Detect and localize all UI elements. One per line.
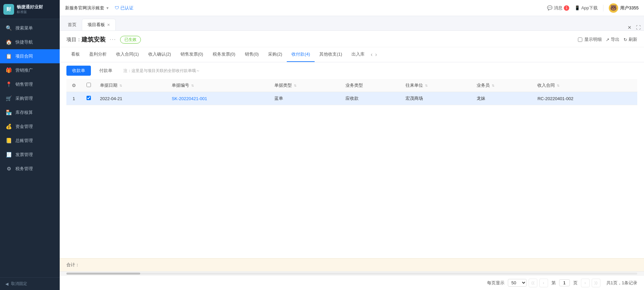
tab-close-icon[interactable]: ✕ [107, 23, 110, 27]
nav-tab-tax-invoice[interactable]: 税务发票(0) [208, 47, 240, 62]
horizontal-scrollbar[interactable] [60, 271, 644, 275]
cell-date: 2022-04-21 [96, 92, 168, 105]
sidebar-item-funds[interactable]: 💰资金管理 [0, 120, 60, 134]
window-controls: ✕ ⛶ [627, 24, 641, 30]
document-number-link[interactable]: SK-20220421-001 [172, 96, 207, 101]
user-info[interactable]: 🐻 用户3355 [609, 3, 639, 13]
sidebar-item-label: 资金管理 [15, 124, 33, 130]
cell-number: SK-20220421-001 [168, 92, 270, 105]
nav-right-arrow[interactable]: › [374, 52, 378, 58]
cell-partner: 宏茂商场 [401, 92, 473, 105]
col-number-header: 单据编号 ⇅ [168, 79, 270, 92]
nav-tab-kanban[interactable]: 看板 [66, 47, 85, 62]
sidebar-item-tax[interactable]: ⚙税务管理 [0, 162, 60, 176]
sidebar-item-invoice[interactable]: 🧾发票管理 [0, 148, 60, 162]
sidebar-item-inventory[interactable]: 🏪库存核算 [0, 105, 60, 120]
sidebar-item-label: 销售管理 [15, 81, 33, 87]
last-page-button[interactable]: ⟩⟩ [592, 279, 600, 287]
certified-badge: 🛡 已认证 [115, 5, 133, 11]
project-status-badge: 已生效 [120, 36, 141, 44]
sidebar-item-project-contract[interactable]: 📋项目合同 [0, 49, 60, 63]
inventory-icon: 🏪 [5, 109, 12, 116]
col-date-label: 单据日期 [100, 83, 117, 88]
nav-tab-sales[interactable]: 销售(0) [240, 47, 264, 62]
refresh-button[interactable]: ↻ 刷新 [624, 37, 637, 43]
project-label: 项目： [66, 37, 82, 43]
number-sort-icon[interactable]: ⇅ [191, 84, 194, 87]
date-sort-icon[interactable]: ⇅ [119, 84, 122, 87]
col-type-header: 单据类型 ⇅ [270, 79, 341, 92]
tabbar: 首页 项目看板 ✕ ✕ ⛶ [60, 16, 644, 31]
sidebar-item-label: 发票管理 [15, 152, 33, 158]
nav-tab-profit[interactable]: 盈利分析 [85, 47, 111, 62]
messages-button[interactable]: 💬 消息 1 [547, 5, 569, 11]
per-page-select[interactable]: 50 100 200 [508, 279, 527, 287]
nav-tab-income-confirm[interactable]: 收入确认(2) [144, 47, 176, 62]
project-more-icon[interactable]: ··· [110, 37, 116, 43]
nav-tab-sales-invoice[interactable]: 销售发票(0) [176, 47, 208, 62]
sidebar-item-quick-nav[interactable]: 🏠快捷导航 [0, 35, 60, 49]
sidebar-item-ledger[interactable]: 📒总账管理 [0, 134, 60, 148]
sidebar-item-marketing[interactable]: 🎁营销推广 [0, 63, 60, 77]
nav-tab-purchase[interactable]: 采购(2) [263, 47, 287, 62]
per-page-label: 每页显示 [487, 280, 504, 286]
income-contract-sort-icon[interactable]: ⇅ [557, 84, 559, 87]
tab-home-label: 首页 [68, 22, 76, 28]
prev-page-button[interactable]: ‹ [539, 279, 548, 287]
sidebar-item-label: 项目合同 [15, 53, 33, 59]
purchase-icon: 🛒 [5, 95, 12, 102]
window-maximize-button[interactable]: ⛶ [635, 24, 641, 30]
account-chevron-icon: ▼ [106, 6, 109, 10]
tab-project-board[interactable]: 项目看板 ✕ [82, 19, 116, 30]
sidebar-nav: 🔍搜索菜单🏠快捷导航📋项目合同🎁营销推广📍销售管理🛒采购管理🏪库存核算💰资金管理… [0, 19, 60, 277]
account-selector[interactable]: 新服务官网演示账套 ▼ [65, 5, 109, 11]
type-sort-icon[interactable]: ⇅ [294, 84, 297, 87]
sidebar-item-label: 采购管理 [15, 95, 33, 101]
col-checkbox-header [81, 79, 96, 92]
nav-tab-other-income[interactable]: 其他收支(1) [315, 47, 347, 62]
col-number-label: 单据编号 [172, 83, 189, 88]
show-detail-checkbox[interactable]: 显示明细 [578, 37, 602, 43]
sidebar-item-label: 税务管理 [15, 166, 33, 172]
cell-business-type: 应收款 [341, 92, 402, 105]
page-number-input[interactable] [559, 279, 570, 286]
cell-num: 1 [66, 92, 81, 105]
table-row[interactable]: 1 2022-04-21 SK-20220421-001 蓝单 应收款 宏茂商场… [66, 92, 637, 105]
sidebar-item-purchase[interactable]: 🛒采购管理 [0, 91, 60, 105]
settings-icon[interactable]: ⚙ [72, 83, 76, 88]
show-detail-input[interactable] [578, 38, 582, 42]
show-detail-label: 显示明细 [584, 37, 602, 43]
tab-home[interactable]: 首页 [62, 19, 82, 30]
partner-sort-icon[interactable]: ⇅ [425, 84, 428, 87]
project-header: 项目： 建筑安装 ··· 已生效 显示明细 ↗ 导出 ↻ 刷新 [60, 31, 644, 47]
next-page-button[interactable]: › [581, 279, 590, 287]
window-close-button[interactable]: ✕ [627, 24, 633, 30]
export-button[interactable]: ↗ 导出 [606, 37, 620, 43]
sub-tab-payment[interactable]: 付款单 [94, 66, 118, 76]
nav-tab-warehouse[interactable]: 出入库 [347, 47, 369, 62]
nav-tab-receipt[interactable]: 收付款(4) [287, 47, 315, 62]
cell-checkbox[interactable] [81, 92, 96, 105]
nav-left-arrow[interactable]: ‹ [369, 52, 374, 58]
cell-salesperson: 龙妹 [473, 92, 533, 105]
sidebar-item-sales[interactable]: 📍销售管理 [0, 77, 60, 91]
export-icon: ↗ [606, 37, 609, 42]
first-page-button[interactable]: ⟨⟨ [529, 279, 537, 287]
scrollbar-track [66, 273, 637, 275]
content-area: 项目： 建筑安装 ··· 已生效 显示明细 ↗ 导出 ↻ 刷新 [60, 31, 644, 290]
salesperson-sort-icon[interactable]: ⇅ [492, 84, 494, 87]
nav-tab-income-contract[interactable]: 收入合同(1) [111, 47, 144, 62]
search-icon: 🔍 [5, 25, 12, 31]
sidebar-item-label: 快捷导航 [15, 39, 33, 45]
sidebar-item-search[interactable]: 🔍搜索菜单 [0, 21, 60, 35]
table-footer-total: 合计： [60, 258, 644, 271]
page-suffix: 页 [573, 280, 578, 286]
scrollbar-thumb[interactable] [66, 273, 140, 275]
select-all-checkbox[interactable] [87, 83, 91, 87]
sidebar-unpin[interactable]: ◀ 取消固定 [0, 277, 60, 290]
app-download-button[interactable]: 📱 App下载 [575, 5, 598, 11]
sub-tab-receipt[interactable]: 收款单 [66, 66, 91, 76]
total-info: 共1页，1条记录 [606, 280, 637, 286]
page-label: 第 [551, 280, 556, 286]
sub-tabs: 收款单 付款单 注：这里是与项目关联的全部收付款单哦～ [60, 62, 644, 79]
